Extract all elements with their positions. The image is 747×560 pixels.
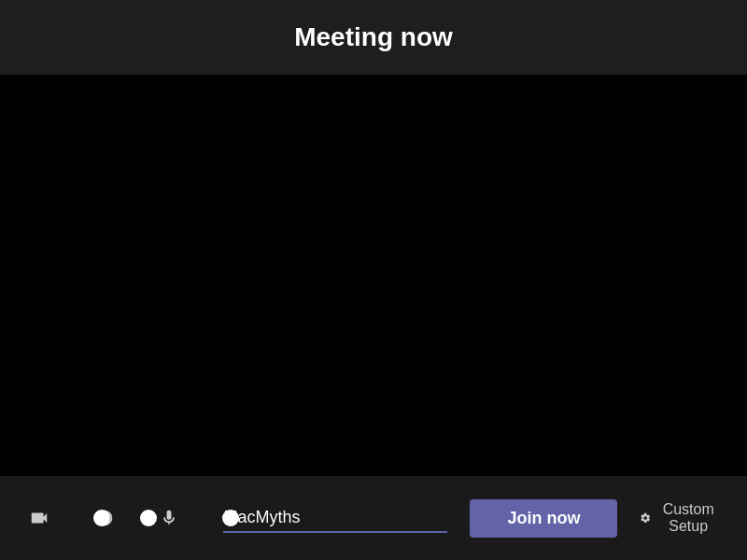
camera-preview bbox=[0, 75, 747, 476]
blur-toggle-thumb bbox=[140, 510, 157, 526]
camera-icon-button[interactable] bbox=[29, 508, 49, 528]
name-input[interactable] bbox=[223, 504, 447, 533]
bottom-bar: Join now Custom Setup bbox=[0, 476, 747, 560]
custom-setup-label: Custom Setup bbox=[659, 501, 718, 535]
gear-icon bbox=[640, 509, 651, 527]
name-input-wrapper bbox=[223, 504, 447, 533]
mic-icon bbox=[160, 509, 178, 527]
header: Meeting now bbox=[0, 0, 747, 75]
camera-icon bbox=[29, 508, 49, 528]
custom-setup-button[interactable]: Custom Setup bbox=[640, 501, 717, 535]
mic-icon-button[interactable] bbox=[160, 509, 178, 527]
page-title: Meeting now bbox=[294, 22, 453, 52]
join-now-button[interactable]: Join now bbox=[470, 499, 617, 538]
